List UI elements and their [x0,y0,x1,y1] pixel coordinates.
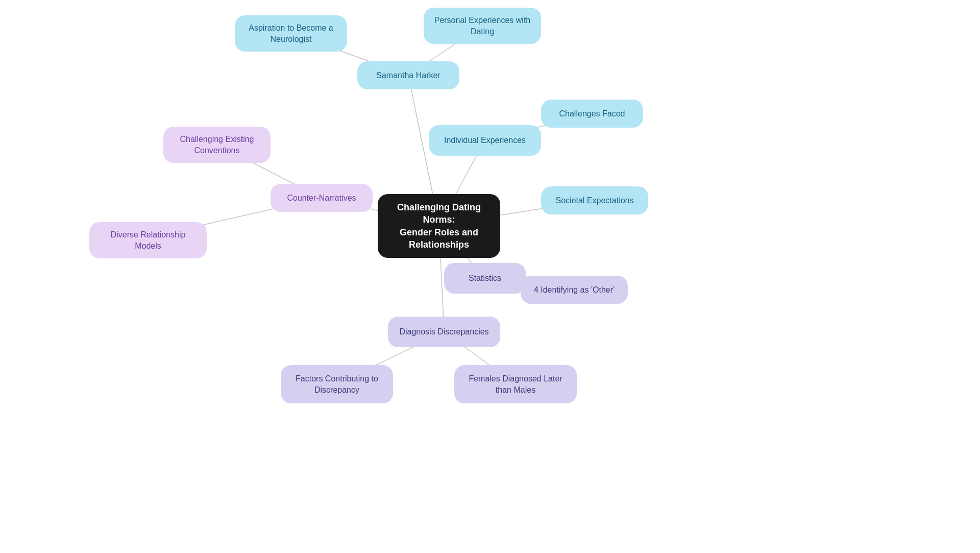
diverse-relationship-label: Diverse Relationship Models [100,229,197,251]
node-aspiration[interactable]: Aspiration to Become a Neurologist [235,15,347,52]
node-personal-experiences[interactable]: Personal Experiences with Dating [424,8,541,44]
challenges-faced-label: Challenges Faced [559,108,625,119]
node-counter-narratives[interactable]: Counter-Narratives [271,184,373,212]
node-individual-experiences[interactable]: Individual Experiences [429,125,541,156]
diagnosis-discrepancies-label: Diagnosis Discrepancies [399,326,488,338]
node-diagnosis-discrepancies[interactable]: Diagnosis Discrepancies [388,317,500,347]
statistics-label: Statistics [469,273,501,284]
node-diverse-relationship[interactable]: Diverse Relationship Models [89,222,207,258]
females-diagnosed-label: Females Diagnosed Later than Males [464,373,567,395]
counter-narratives-label: Counter-Narratives [287,193,356,204]
personal-experiences-label: Personal Experiences with Dating [434,15,531,37]
node-societal-expectations[interactable]: Societal Expectations [541,186,648,214]
node-challenging-conventions[interactable]: Challenging Existing Conventions [163,127,271,163]
node-challenges-faced[interactable]: Challenges Faced [541,100,643,128]
node-samantha[interactable]: Samantha Harker [357,61,459,89]
node-four-identifying[interactable]: 4 Identifying as 'Other' [521,276,628,304]
node-females-diagnosed[interactable]: Females Diagnosed Later than Males [454,365,577,403]
node-factors-contributing[interactable]: Factors Contributing to Discrepancy [281,365,393,403]
node-statistics[interactable]: Statistics [444,263,526,294]
individual-experiences-label: Individual Experiences [444,135,526,146]
aspiration-label: Aspiration to Become a Neurologist [245,22,337,44]
four-identifying-label: 4 Identifying as 'Other' [534,284,615,296]
challenging-conventions-label: Challenging Existing Conventions [174,134,260,156]
factors-contributing-label: Factors Contributing to Discrepancy [291,373,383,395]
societal-expectations-label: Societal Expectations [556,195,634,206]
center-label: Challenging Dating Norms: Gender Roles a… [388,201,490,251]
center-node[interactable]: Challenging Dating Norms: Gender Roles a… [378,194,500,258]
samantha-label: Samantha Harker [376,70,440,81]
